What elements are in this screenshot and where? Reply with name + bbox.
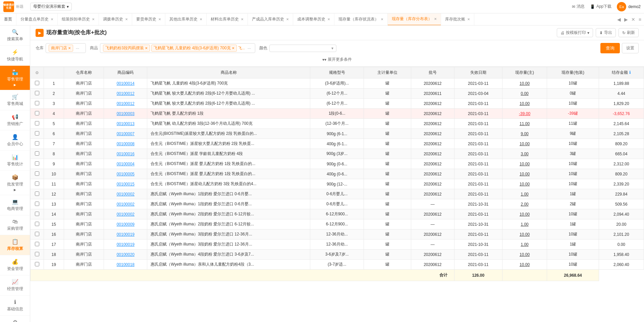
settings-btn[interactable]: 设置 — [622, 43, 639, 53]
row-unit: 罐 — [364, 260, 411, 270]
color-input[interactable]: ▾ — [269, 45, 336, 52]
warehouse-remove-icon[interactable]: ✕ — [68, 46, 71, 50]
sidebar-item-member[interactable]: 👤 会员中心 — [0, 130, 30, 151]
table-settings-icon[interactable]: ⚙ — [35, 70, 39, 75]
balance-info-icon[interactable]: ℹ — [629, 70, 631, 75]
close-stock-status-icon[interactable]: ✕ — [381, 17, 383, 21]
row-batch: 20200612 — [411, 250, 454, 260]
sidebar-item-system[interactable]: ⚙ 系统管理 — [0, 316, 30, 322]
tab-stock-dist[interactable]: 现存量（库存分布表） ✕ — [388, 13, 441, 25]
sidebar-item-marketing[interactable]: 📢 营销推广 — [0, 110, 30, 130]
row-checkbox[interactable] — [35, 252, 39, 256]
sidebar-item-basic-info[interactable]: ℹ 基础信息 — [0, 296, 30, 316]
sidebar-item-retail-mgmt[interactable]: 🏪 零售管理 ▶ — [0, 66, 30, 90]
row-checkbox[interactable] — [35, 192, 39, 196]
row-checkbox[interactable] — [35, 111, 39, 115]
tab-disassemble[interactable]: 组装拆卸单历史 ✕ — [58, 13, 99, 25]
row-checkbox[interactable] — [35, 81, 39, 85]
product-tag-1-remove-icon[interactable]: ✕ — [145, 46, 148, 50]
row-checkbox[interactable] — [35, 242, 39, 246]
close-requisition-icon[interactable]: ✕ — [158, 17, 161, 21]
sidebar-item-finance[interactable]: 💰 资金管理 — [0, 255, 30, 275]
close-batch-ledger-icon[interactable]: ✕ — [467, 17, 470, 21]
row-expiry: 2021-03-11 — [454, 229, 502, 239]
row-checkbox[interactable] — [35, 212, 39, 216]
row-warehouse: 南岸门店 — [64, 199, 104, 209]
row-checkbox-cell — [31, 179, 44, 189]
product-more-icon[interactable]: ··· — [246, 46, 252, 51]
row-checkbox[interactable] — [35, 202, 39, 206]
close-transfer-icon[interactable]: ✕ — [125, 17, 128, 21]
dropdown-arrow-icon: ▾ — [67, 4, 69, 9]
row-batch: 20200612 — [411, 169, 454, 179]
sidebar-item-wholesale[interactable]: 📦 批发管理 ▶ — [0, 171, 30, 195]
close-other-out-icon[interactable]: ✕ — [200, 17, 202, 21]
row-warehouse: 南岸门店 — [64, 219, 104, 229]
query-btn[interactable]: 查询 — [600, 43, 620, 53]
sidebar-item-quick-nav[interactable]: ⚡ 快捷导航 — [0, 46, 30, 66]
sidebar-item-retail-stats[interactable]: 📊 零售统计 — [0, 151, 30, 171]
product-tag-2-remove-icon[interactable]: ✕ — [232, 46, 234, 50]
tab-requisition[interactable]: 要货单历史 ✕ — [132, 13, 165, 25]
row-checkbox[interactable] — [35, 101, 39, 105]
row-checkbox[interactable] — [35, 262, 39, 266]
sidebar-item-retail-mall[interactable]: 🛒 零售商城 — [0, 90, 30, 110]
row-checkbox[interactable] — [35, 232, 39, 236]
tab-other-out[interactable]: 其他出库单历史 ✕ — [165, 13, 207, 25]
tab-split-inventory[interactable]: 分量盘点单历史 ✕ — [16, 13, 58, 25]
nav-close-icon[interactable]: ✕ — [630, 16, 637, 23]
warehouse-input[interactable]: 南岸门店 ✕ ··· — [46, 43, 86, 53]
expand-filter-btn[interactable]: ▶ — [36, 29, 44, 37]
tab-product-in[interactable]: 产成品入库单历史 ✕ — [248, 13, 293, 25]
close-split-inventory-icon[interactable]: ✕ — [51, 17, 53, 21]
nav-prev-icon[interactable]: ◀ — [616, 16, 622, 23]
export-btn[interactable]: ⬇ 导出 — [596, 28, 616, 37]
row-name: 惠氏启赋（Wyeth illuma）3段奶粉 爱尔兰进口 12-36月... — [147, 239, 310, 250]
row-checkbox[interactable] — [35, 91, 39, 95]
sidebar-item-inventory[interactable]: 📋 库存核算 — [0, 235, 30, 255]
tab-home[interactable]: 首页 — [0, 13, 16, 25]
close-material-out-icon[interactable]: ✕ — [241, 17, 244, 21]
close-product-in-icon[interactable]: ✕ — [286, 17, 289, 21]
app-download-btn[interactable]: 📱 App下载 — [590, 4, 611, 9]
print-btn[interactable]: 🖨 按模板打印 ▾ — [557, 28, 593, 37]
nav-more-icon[interactable]: ≡ — [637, 16, 643, 23]
tab-transfer[interactable]: 调拨单历史 ✕ — [99, 13, 132, 25]
table-row: 14 南岸门店 00100002 惠氏启赋（Wyeth illuma）2段奶粉 … — [31, 209, 644, 219]
row-checkbox[interactable] — [35, 171, 39, 176]
sidebar-item-operations[interactable]: 📈 经营管理 — [0, 275, 30, 296]
sidebar-item-ecommerce[interactable]: 💻 电商管理 — [0, 195, 30, 215]
tab-stock-status[interactable]: 现存量（库存状况表） ✕ — [334, 13, 388, 25]
row-checkbox[interactable] — [35, 131, 39, 136]
sidebar-item-search[interactable]: 🔍 搜索英单 — [0, 25, 30, 46]
warehouse-more-icon[interactable]: ··· — [74, 46, 80, 51]
row-checkbox[interactable] — [35, 161, 39, 166]
table-row: 5 南岸门店 00100013 飞鹤星飞帆 幼儿配方奶粉 3段(12-36个月幼… — [31, 119, 644, 129]
sidebar-item-purchase[interactable]: 🛍 采购管理 — [0, 215, 30, 235]
row-expiry: 2021-03-11 — [454, 189, 502, 199]
total-stock-main: 126.00 — [454, 270, 502, 281]
tab-cost-adjust[interactable]: 成本调整单历史 ✕ — [293, 13, 334, 25]
close-stock-dist-icon[interactable]: ✕ — [434, 17, 437, 21]
close-disassemble-icon[interactable]: ✕ — [92, 17, 95, 21]
row-checkbox[interactable] — [35, 222, 39, 226]
refresh-btn[interactable]: ↻ 刷新 — [619, 28, 639, 37]
user-area[interactable]: Ea demo2 — [617, 2, 641, 11]
expand-conditions-btn[interactable]: ▾▾ 展开更多条件 — [320, 55, 355, 64]
nav-next-icon[interactable]: ▶ — [623, 16, 629, 23]
row-stock-pkg: -39罐 — [547, 109, 599, 119]
close-cost-adjust-icon[interactable]: ✕ — [327, 17, 330, 21]
messages-btn[interactable]: ✉ 消息 — [572, 4, 585, 9]
color-filter: 颜色 ▾ — [259, 45, 336, 52]
row-checkbox[interactable] — [35, 141, 39, 146]
row-balance: -3,652.76 — [599, 109, 644, 119]
tab-batch-ledger[interactable]: 库存批次账 ✕ — [441, 13, 474, 25]
row-checkbox[interactable] — [35, 151, 39, 156]
tab-material-out[interactable]: 材料出库单历史 ✕ — [207, 13, 248, 25]
product-input[interactable]: 飞鹤奶粉3段丙羁摆装 ✕ 飞鹤星飞帆 儿童奶粉 4段(3-6岁适用) 700克 … — [100, 43, 255, 53]
row-batch: 20200612 — [411, 78, 454, 89]
row-batch: — — [411, 239, 454, 250]
account-dropdown[interactable]: 母婴行业演示账套 ▾ — [30, 3, 72, 10]
row-checkbox[interactable] — [35, 181, 39, 186]
row-checkbox[interactable] — [35, 121, 39, 125]
